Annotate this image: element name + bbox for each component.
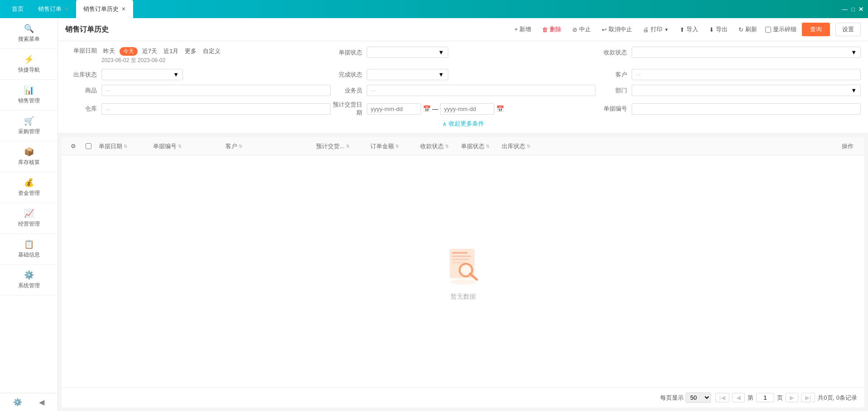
prev-page-button[interactable]: ◀ — [732, 393, 745, 402]
sort-no-icon: ⇅ — [178, 144, 182, 149]
th-delivery-date[interactable]: 预计交货... ⇅ — [312, 142, 367, 150]
table-area: ⚙ 单据日期 ⇅ 单据编号 ⇅ 客户 ⇅ 预计交货... — [62, 137, 864, 407]
sidebar-item-quick-nav[interactable]: ⚡ 快捷导航 — [0, 49, 58, 80]
shortcut-today[interactable]: 今天 — [120, 47, 138, 56]
salesperson-input[interactable]: ··· — [367, 85, 596, 96]
minimize-button[interactable]: — — [842, 6, 848, 13]
refresh-label: 刷新 — [745, 25, 757, 34]
page-header: 销售订单历史 + 新增 🗑 删除 ⊘ 中止 ↩ 取消中止 🖨 — [58, 18, 868, 41]
tab-sales-order-history[interactable]: 销售订单历史 ✕ — [76, 0, 133, 18]
stop-button[interactable]: ⊘ 中止 — [570, 24, 594, 35]
total-text: 共0页, 0条记录 — [818, 394, 857, 402]
print-button[interactable]: 🖨 打印 ▼ — [640, 24, 671, 35]
sidebar-collapse-button[interactable]: ◀ — [39, 398, 44, 406]
export-button[interactable]: ⬇ 导出 — [706, 24, 730, 35]
bill-no-input[interactable] — [632, 103, 861, 115]
cancel-stop-label: 取消中止 — [609, 25, 632, 34]
sidebar-item-basic-info[interactable]: 📋 基础信息 — [0, 234, 58, 265]
new-label: + 新增 — [514, 25, 531, 34]
tab-sales-order-history-close[interactable]: ✕ — [121, 6, 126, 12]
sidebar-item-sales[interactable]: 📊 销售管理 — [0, 80, 58, 111]
th-bill-date-label: 单据日期 — [99, 142, 122, 150]
delivery-date-start[interactable] — [367, 103, 421, 115]
sidebar-settings-button[interactable]: ⚙️ — [13, 398, 22, 406]
import-button[interactable]: ⬆ 导入 — [677, 24, 701, 35]
tab-home[interactable]: 首页 — [5, 0, 31, 18]
sidebar-item-inventory-label: 库存核算 — [18, 159, 40, 166]
th-bill-no-label: 单据编号 — [153, 142, 177, 150]
refresh-button[interactable]: ↻ 刷新 — [736, 24, 760, 35]
tab-sales-order-close[interactable]: ✕ — [64, 6, 69, 12]
out-status-arrow: ▼ — [173, 71, 179, 78]
tab-sales-order[interactable]: 销售订单 ✕ — [31, 0, 76, 18]
select-all-checkbox[interactable] — [86, 143, 91, 149]
calendar-end-icon[interactable]: 📅 — [496, 105, 504, 112]
new-button[interactable]: + 新增 — [512, 24, 534, 35]
sales-icon: 📊 — [24, 85, 34, 95]
cancel-stop-icon: ↩ — [602, 26, 607, 33]
calendar-start-icon[interactable]: 📅 — [423, 105, 431, 112]
page-number-input[interactable] — [756, 393, 774, 402]
sidebar-item-search-menu[interactable]: 🔍 搜索菜单 — [0, 18, 58, 49]
close-button[interactable]: ✕ — [858, 6, 863, 13]
shortcut-custom[interactable]: 自定义 — [201, 47, 222, 56]
shortcut-1month[interactable]: 近1月 — [162, 47, 180, 56]
first-page-button[interactable]: |◀ — [715, 393, 729, 402]
date-separator: — — [432, 106, 438, 112]
page-unit: 页 — [777, 394, 783, 402]
complete-status-select[interactable]: ▼ — [367, 69, 448, 80]
dept-select[interactable]: ▼ — [632, 85, 861, 96]
bill-status-select[interactable]: ▼ — [367, 47, 448, 58]
maximize-button[interactable]: □ — [851, 6, 855, 13]
pay-status-arrow: ▼ — [851, 49, 857, 56]
query-button[interactable]: 查询 — [802, 23, 830, 36]
th-pay-status[interactable]: 收款状态 ⇅ — [417, 142, 457, 150]
sort-customer-icon: ⇅ — [239, 144, 242, 149]
display-cols-checkbox[interactable] — [765, 27, 771, 33]
toolbar: + 新增 🗑 删除 ⊘ 中止 ↩ 取消中止 🖨 打印 ▼ — [512, 23, 861, 36]
out-status-select[interactable]: ▼ — [101, 69, 183, 80]
content-area: 销售订单历史 + 新增 🗑 删除 ⊘ 中止 ↩ 取消中止 🖨 — [58, 18, 868, 411]
svg-point-8 — [461, 266, 470, 275]
delete-button[interactable]: 🗑 删除 — [539, 24, 564, 35]
th-order-amount[interactable]: 订单金额 ⇅ — [367, 142, 417, 150]
last-page-button[interactable]: ▶| — [801, 393, 815, 402]
shortcut-yesterday[interactable]: 昨天 — [101, 47, 117, 56]
th-checkbox[interactable] — [82, 143, 95, 149]
delivery-date-end[interactable] — [440, 103, 494, 115]
filter-area: 单据日期 昨天 今天 近7天 近1月 更多 自定义 2023-06-02 至 2… — [58, 41, 868, 134]
settings-button[interactable]: 设置 — [835, 23, 861, 36]
warehouse-label: 仓库 — [65, 105, 101, 113]
cancel-stop-button[interactable]: ↩ 取消中止 — [599, 24, 635, 35]
next-page-button[interactable]: ▶ — [786, 393, 798, 402]
tab-sales-order-history-label: 销售订单历史 — [83, 5, 119, 13]
system-icon: ⚙️ — [24, 270, 34, 280]
th-out-status[interactable]: 出库状态 ⇅ — [498, 142, 539, 150]
sidebar-item-inventory[interactable]: 📦 库存核算 — [0, 141, 58, 172]
page-size-select[interactable]: 10 20 50 100 — [686, 392, 711, 403]
warehouse-input[interactable]: ··· — [101, 103, 331, 115]
sidebar-item-system[interactable]: ⚙️ 系统管理 — [0, 265, 58, 295]
customer-input[interactable]: ··· — [632, 69, 861, 80]
pay-status-select[interactable]: ▼ — [632, 47, 861, 58]
collapse-button[interactable]: ∧ 收起更多条件 — [65, 120, 861, 128]
sidebar-item-finance[interactable]: 💰 资金管理 — [0, 172, 58, 203]
th-bill-date[interactable]: 单据日期 ⇅ — [95, 142, 149, 150]
sidebar-item-purchase[interactable]: 🛒 采购管理 — [0, 111, 58, 141]
print-label: 打印 — [651, 25, 662, 34]
delivery-date-group: 📅 — 📅 — [367, 103, 504, 115]
page-nav: |◀ ◀ 第 页 ▶ ▶| 共0页, 0条记录 — [715, 393, 857, 402]
svg-point-0 — [451, 279, 476, 285]
bill-status-label: 单据状态 — [331, 48, 367, 57]
sidebar-item-sales-label: 销售管理 — [18, 97, 40, 105]
sort-date-icon: ⇅ — [124, 144, 127, 149]
shortcut-7days[interactable]: 近7天 — [140, 47, 159, 56]
th-customer[interactable]: 客户 ⇅ — [222, 142, 312, 150]
th-settings[interactable]: ⚙ — [65, 143, 82, 150]
th-bill-status[interactable]: 单据状态 ⇅ — [457, 142, 498, 150]
goods-input[interactable]: ··· — [101, 85, 331, 96]
page-size-label: 每页显示 — [660, 394, 684, 402]
shortcut-more[interactable]: 更多 — [183, 47, 198, 56]
th-bill-no[interactable]: 单据编号 ⇅ — [149, 142, 222, 150]
sidebar-item-operations[interactable]: 📈 经营管理 — [0, 203, 58, 234]
